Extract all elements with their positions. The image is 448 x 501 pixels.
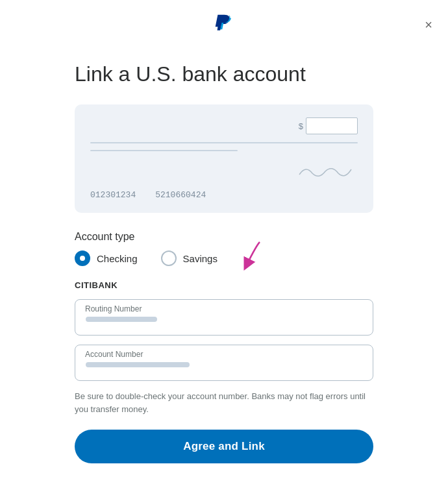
check-numbers: 012301234 5210660424 [90,190,358,200]
check-amount-row: $ [90,117,358,134]
account-type-section: Account type Checking Savings [75,231,373,266]
bank-name: CITIBANK [75,280,373,290]
check-illustration: $ 012301234 5210660424 [75,104,373,213]
page-title: Link a U.S. bank account [75,62,373,86]
radio-checking-circle[interactable] [75,250,90,266]
routing-number-group: Routing Number [75,299,373,336]
arrow-indicator [224,239,269,275]
radio-group: Checking Savings [75,250,373,266]
radio-savings-circle[interactable] [161,250,177,266]
check-line-1 [90,142,358,143]
radio-checking[interactable]: Checking [75,250,138,266]
check-amount-box [306,117,358,134]
radio-savings[interactable]: Savings [161,250,218,266]
radio-checking-label: Checking [97,253,138,264]
dollar-sign: $ [299,121,303,131]
agree-link-button[interactable]: Agree and Link [75,430,373,463]
check-lines [90,142,358,151]
disclaimer-text: Be sure to double-check your account num… [75,390,373,415]
check-account: 5210660424 [155,190,206,200]
paypal-logo [214,12,234,37]
check-signature [293,162,358,181]
main-container: Link a U.S. bank account $ 012301234 521… [55,49,393,489]
radio-savings-label: Savings [183,253,218,264]
account-masked [86,362,190,367]
close-button[interactable]: × [422,16,435,34]
account-number-group: Account Number [75,345,373,381]
account-number-display[interactable] [75,345,373,381]
header: × [0,0,448,49]
routing-masked [86,317,157,322]
routing-number-display[interactable] [75,299,373,336]
check-line-2 [90,150,238,151]
check-signature-area [90,162,358,181]
check-routing: 012301234 [90,190,136,200]
